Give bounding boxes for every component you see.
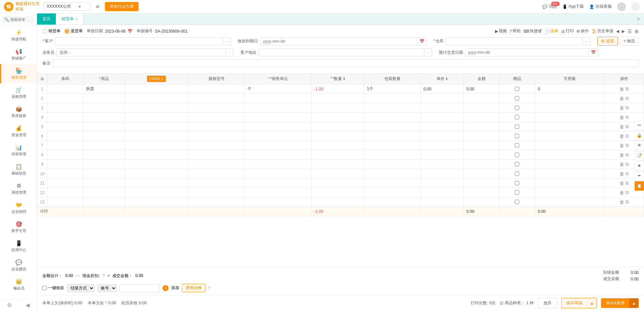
row-amount[interactable]	[464, 141, 499, 150]
sidebar-item-operations[interactable]: 📊 经营管理	[0, 141, 37, 160]
row-spec[interactable]	[188, 179, 244, 188]
save-draft-button[interactable]: 保存草稿	[561, 298, 587, 308]
row-gift[interactable]	[499, 94, 535, 103]
scan-button[interactable]: 扫码录入	[147, 76, 166, 82]
row-unit[interactable]	[245, 103, 311, 113]
customer-addr-input[interactable]	[259, 48, 424, 56]
row-gift[interactable]	[499, 113, 535, 122]
float-star-button[interactable]: ★	[635, 161, 644, 170]
row-pack-qty[interactable]	[364, 122, 420, 131]
sidebar-item-apps[interactable]: 📱 应用中心	[0, 237, 37, 256]
row-delete-button[interactable]: 🗑	[619, 161, 624, 167]
row-product[interactable]	[83, 160, 124, 169]
payment-date-input[interactable]	[260, 37, 417, 45]
gift-checkbox[interactable]	[515, 181, 519, 185]
row-unit[interactable]	[245, 160, 311, 169]
row-unit-price[interactable]	[421, 103, 464, 113]
row-spec[interactable]	[188, 131, 244, 141]
row-amount[interactable]	[464, 103, 499, 113]
row-gift[interactable]	[499, 122, 535, 131]
row-unit-price[interactable]	[421, 94, 464, 103]
history-link[interactable]: 📜 历史单据	[592, 28, 613, 34]
row-qty[interactable]	[311, 94, 364, 103]
row-gift[interactable]	[499, 150, 535, 160]
salesman-input[interactable]	[56, 48, 226, 56]
row-delete-button[interactable]: 🗑	[619, 199, 624, 205]
float-note-button[interactable]: 📝	[635, 151, 644, 160]
row-gift[interactable]	[499, 197, 535, 207]
cost-split-button[interactable]: 费用分摊	[182, 284, 205, 292]
sidebar-item-enterprise[interactable]: 🤝 企业协同	[0, 198, 37, 218]
row-amount[interactable]	[464, 94, 499, 103]
row-delete-button[interactable]: 🗑	[619, 114, 624, 120]
row-copy-button[interactable]: ⧉	[626, 124, 629, 129]
abandon-button[interactable]: 放弃	[538, 298, 557, 308]
operate-link[interactable]: ⚙ 操作	[576, 28, 589, 34]
float-lock-button[interactable]: 🔒	[635, 131, 644, 140]
row-product[interactable]	[83, 179, 124, 188]
row-qty[interactable]	[311, 197, 364, 207]
row-spec[interactable]	[188, 141, 244, 150]
row-barcode[interactable]	[47, 197, 83, 207]
row-amount[interactable]	[464, 113, 499, 122]
row-unit[interactable]	[245, 169, 311, 179]
tab-sales-order[interactable]: 销货单 ×	[56, 13, 83, 25]
row-amount[interactable]	[464, 197, 499, 207]
row-amount[interactable]	[464, 122, 499, 131]
float-edit-button[interactable]: ✏	[635, 121, 644, 130]
row-amount[interactable]	[464, 179, 499, 188]
float-clipboard-button[interactable]: 📋	[635, 181, 644, 191]
save-new-button[interactable]: 保存&新增	[601, 298, 629, 308]
notes-input[interactable]	[52, 59, 639, 67]
sidebar-item-wechat[interactable]: 💬 企业微信	[0, 256, 37, 275]
gift-checkbox[interactable]	[515, 162, 519, 166]
logistics-button[interactable]: + 物流	[620, 37, 639, 46]
row-barcode[interactable]	[47, 122, 83, 131]
row-qty[interactable]	[311, 103, 364, 113]
messages-button[interactable]: 💬 消息 99+	[542, 4, 557, 9]
gift-checkbox[interactable]	[515, 106, 519, 110]
row-unit[interactable]	[245, 150, 311, 160]
row-unit-price[interactable]	[421, 169, 464, 179]
row-product[interactable]: 拆货	[83, 84, 124, 94]
row-delete-button[interactable]: 🗑	[619, 133, 624, 139]
radio-sale-order[interactable]: 销货单	[42, 28, 61, 34]
row-copy-button[interactable]: ⧉	[626, 152, 629, 158]
row-product[interactable]	[83, 150, 124, 160]
gift-checkbox[interactable]	[515, 171, 519, 176]
gift-checkbox[interactable]	[515, 190, 519, 195]
row-amount[interactable]	[464, 150, 499, 160]
row-copy-button[interactable]: ⧉	[626, 190, 629, 195]
row-pack-qty[interactable]	[364, 179, 420, 188]
row-spec[interactable]	[188, 94, 244, 103]
row-product[interactable]	[83, 141, 124, 150]
row-unit[interactable]	[245, 122, 311, 131]
row-product[interactable]	[83, 188, 124, 197]
row-spec[interactable]	[188, 122, 244, 131]
trial-button[interactable]: 体验行业方案	[105, 2, 139, 11]
sidebar-item-sales[interactable]: 🏪 销售管理	[0, 64, 37, 83]
row-copy-button[interactable]: ⧉	[626, 133, 629, 139]
calendar-icon[interactable]: 📅	[127, 29, 132, 34]
row-unit-price[interactable]	[421, 197, 464, 207]
row-product[interactable]	[83, 122, 124, 131]
row-pack-qty[interactable]	[364, 197, 420, 207]
add-payment-button[interactable]: +	[162, 285, 168, 291]
tab-home[interactable]: 首页	[37, 13, 56, 25]
row-qty[interactable]: -1.00	[311, 84, 364, 94]
row-copy-button[interactable]: ⧉	[626, 161, 629, 167]
customer-ellipsis-button[interactable]: ···	[223, 37, 231, 45]
row-barcode[interactable]	[47, 169, 83, 179]
row-unit-price[interactable]	[421, 141, 464, 150]
row-pack-qty[interactable]	[364, 113, 420, 122]
row-gift[interactable]	[499, 188, 535, 197]
row-copy-button[interactable]: ⧉	[626, 95, 629, 101]
row-unit-price[interactable]	[421, 179, 464, 188]
row-barcode[interactable]	[47, 150, 83, 160]
row-gift[interactable]	[499, 179, 535, 188]
row-delete-button[interactable]: 🗑	[619, 124, 624, 129]
view-grid-icon[interactable]: ⊞	[635, 29, 639, 34]
row-qty[interactable]	[311, 169, 364, 179]
row-qty[interactable]	[311, 131, 364, 141]
sidebar-item-purchase[interactable]: 🛒 采购管理	[0, 83, 37, 103]
